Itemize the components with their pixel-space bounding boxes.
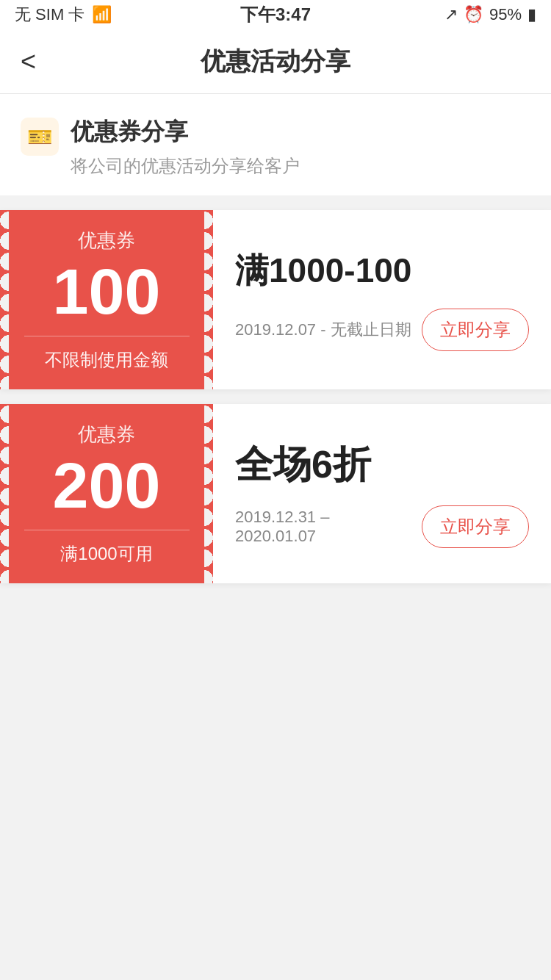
status-time: 下午3:47	[240, 3, 311, 26]
wifi-icon: 📶	[92, 5, 112, 24]
section-header: 🎫 优惠券分享 将公司的优惠活动分享给客户	[0, 94, 551, 195]
coupon-date-1: 2019.12.07 - 无截止日期	[235, 319, 414, 341]
coupon-divider-1	[24, 336, 190, 336]
empty-area	[0, 598, 551, 980]
nav-bar: < 优惠活动分享	[0, 29, 551, 94]
coupon-right-1: 满1000-100 2019.12.07 - 无截止日期 立即分享	[213, 210, 551, 389]
coupon-date-2: 2019.12.31 – 2020.01.07	[235, 508, 414, 546]
coupon-right-2: 全场6折 2019.12.31 – 2020.01.07 立即分享	[213, 404, 551, 583]
coupon-name-1: 满1000-100	[235, 248, 529, 294]
coupon-divider-2	[24, 530, 190, 530]
section-subtitle: 将公司的优惠活动分享给客户	[71, 154, 300, 178]
back-button[interactable]: <	[21, 46, 36, 77]
coupon-list: 优惠券 100 不限制使用金额 满1000-100 2019.12.07 - 无…	[0, 210, 551, 598]
coupon-label-1: 优惠券	[78, 228, 135, 253]
coupon-condition-1: 不限制使用金额	[45, 348, 168, 372]
location-icon: ↗	[444, 5, 458, 24]
status-indicators: ↗ ⏰ 95% ▮	[444, 5, 536, 24]
coupon-left-1: 优惠券 100 不限制使用金额	[0, 210, 213, 389]
nav-title: 优惠活动分享	[201, 45, 350, 79]
coupon-amount-1: 100	[53, 259, 161, 324]
coupon-share-icon: 🎫	[21, 118, 59, 156]
coupon-amount-2: 200	[53, 453, 161, 518]
status-bar: 无 SIM 卡 📶 下午3:47 ↗ ⏰ 95% ▮	[0, 0, 551, 29]
coupon-label-2: 优惠券	[78, 422, 135, 447]
share-button-1[interactable]: 立即分享	[422, 309, 529, 351]
share-button-2[interactable]: 立即分享	[422, 505, 529, 548]
section-title: 优惠券分享	[71, 116, 300, 148]
coupon-card-1: 优惠券 100 不限制使用金额 满1000-100 2019.12.07 - 无…	[0, 210, 551, 389]
coupon-name-2: 全场6折	[235, 439, 529, 491]
svg-text:🎫: 🎫	[27, 125, 53, 149]
carrier-text: 无 SIM 卡	[15, 4, 84, 26]
battery-text: 95%	[489, 5, 522, 24]
coupon-condition-2: 满1000可用	[60, 542, 152, 566]
status-carrier: 无 SIM 卡 📶	[15, 4, 112, 26]
coupon-bottom-row-2: 2019.12.31 – 2020.01.07 立即分享	[235, 505, 529, 548]
coupon-card-2: 优惠券 200 满1000可用 全场6折 2019.12.31 – 2020.0…	[0, 404, 551, 583]
alarm-icon: ⏰	[464, 5, 483, 24]
coupon-bottom-row-1: 2019.12.07 - 无截止日期 立即分享	[235, 309, 529, 351]
battery-icon: ▮	[527, 5, 536, 24]
coupon-left-2: 优惠券 200 满1000可用	[0, 404, 213, 583]
